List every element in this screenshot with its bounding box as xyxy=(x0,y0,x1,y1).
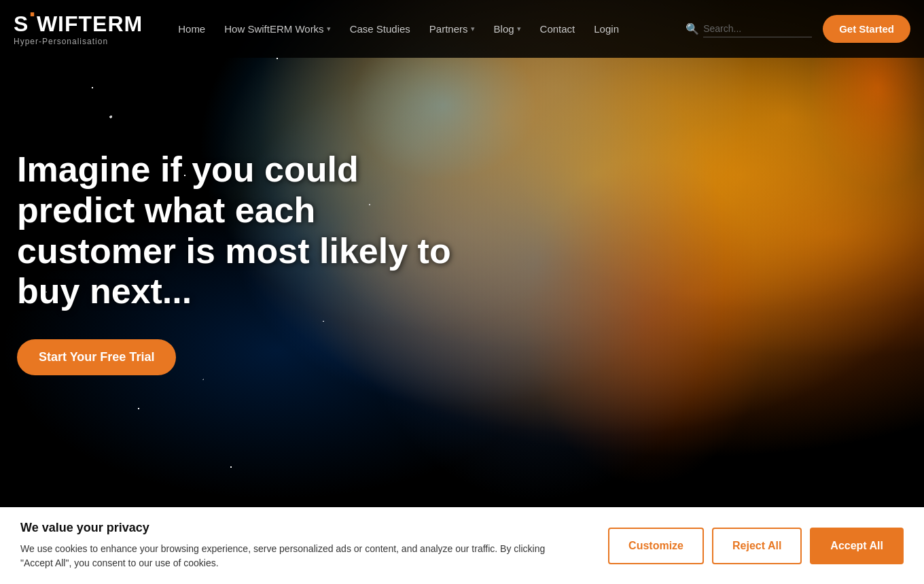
cookie-accept-button[interactable]: Accept All xyxy=(810,528,904,564)
search-area: 🔍 xyxy=(686,20,812,37)
cookie-banner: We value your privacy We use cookies to … xyxy=(0,507,924,584)
chevron-down-icon: ▾ xyxy=(471,24,475,33)
nav-case-studies[interactable]: Case Studies xyxy=(342,18,419,40)
cookie-reject-button[interactable]: Reject All xyxy=(712,528,802,564)
nav-login[interactable]: Login xyxy=(586,18,627,40)
get-started-button[interactable]: Get Started xyxy=(823,15,910,43)
chevron-down-icon: ▾ xyxy=(327,24,331,33)
logo-text: S·WIFTERM xyxy=(14,12,143,37)
nav-contact[interactable]: Contact xyxy=(532,18,584,40)
main-nav: Home How SwiftERM Works ▾ Case Studies P… xyxy=(170,18,679,40)
nav-how-it-works[interactable]: How SwiftERM Works ▾ xyxy=(216,18,338,40)
cookie-buttons: Customize Reject All Accept All xyxy=(608,528,904,564)
nav-blog[interactable]: Blog ▾ xyxy=(486,18,529,40)
cookie-customize-button[interactable]: Customize xyxy=(608,528,704,564)
navbar: S·WIFTERM Hyper-Personalisation Home How… xyxy=(0,0,924,58)
start-free-trial-button[interactable]: Start Your Free Trial xyxy=(17,339,176,375)
hero-content: Imagine if you could predict what each c… xyxy=(17,150,459,375)
hero-headline: Imagine if you could predict what each c… xyxy=(17,150,459,312)
search-icon: 🔍 xyxy=(686,22,699,35)
cookie-text: We use cookies to enhance your browsing … xyxy=(20,542,578,570)
nav-partners[interactable]: Partners ▾ xyxy=(421,18,483,40)
logo[interactable]: S·WIFTERM Hyper-Personalisation xyxy=(14,12,143,46)
search-input[interactable] xyxy=(703,20,812,37)
nav-home[interactable]: Home xyxy=(170,18,213,40)
logo-subtitle: Hyper-Personalisation xyxy=(14,37,143,46)
chevron-down-icon: ▾ xyxy=(517,24,521,33)
